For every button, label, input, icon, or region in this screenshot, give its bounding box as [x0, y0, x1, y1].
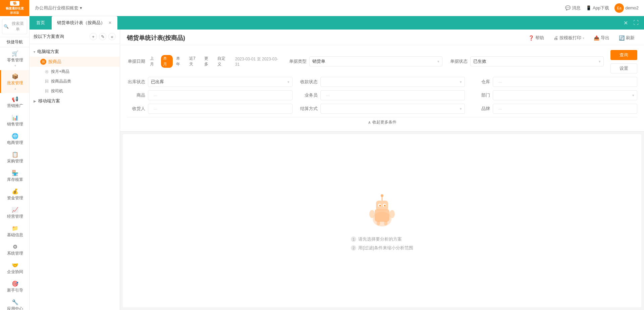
filter-salesperson: 业务员 ···: [299, 90, 465, 100]
mobile-scheme-header[interactable]: ▶ 移动端方案: [30, 96, 120, 106]
app-download-button[interactable]: 📱 App下载: [586, 5, 609, 11]
date-tab-more[interactable]: 更多: [202, 55, 214, 68]
step1-text: 请先选择要分析的方案: [358, 236, 402, 242]
payment-status-arrow-icon: ▾: [460, 80, 462, 84]
sidebar-item-label: 资金管理: [7, 195, 23, 201]
date-tab-this-year[interactable]: 本年: [174, 55, 186, 68]
workspace-selector[interactable]: 办公用品行业模拟账套 ▾: [35, 5, 82, 11]
receiver-dots-icon[interactable]: ···: [152, 106, 159, 111]
empty-state-step2: 2 用[过滤]条件来缩小分析范围: [351, 245, 413, 251]
collapse-filter-btn[interactable]: ∧ 收起更多条件: [127, 117, 637, 127]
sidebar-item-system[interactable]: ⚙ 系统管理: [0, 241, 29, 259]
sidebar-item-guide[interactable]: 🎯 新手引导: [0, 277, 29, 296]
tab-close-icon[interactable]: ✕: [108, 20, 112, 25]
step2-text: 用[过滤]条件来缩小分析范围: [358, 245, 413, 251]
print-btn[interactable]: 🖨 按模板打印 ▾: [551, 34, 587, 42]
reset-button[interactable]: 设置: [610, 63, 637, 73]
date-tab-7days[interactable]: 近7天: [187, 55, 201, 68]
sidebar-item-inventory[interactable]: 🏪 库存核算: [0, 167, 29, 185]
sidebar-item-finance[interactable]: 💰 资金管理: [0, 185, 29, 204]
workspace-arrow-icon: ▾: [80, 5, 82, 10]
brand-input[interactable]: ···: [493, 104, 637, 114]
search-menu-button[interactable]: 🔍 搜索菜单: [2, 19, 27, 34]
edit-scheme-btn[interactable]: ✎: [99, 33, 106, 40]
sidebar-item-operations[interactable]: 📈 经营管理: [0, 204, 29, 222]
warehouse-status-select[interactable]: 已出库 ▾: [148, 77, 292, 87]
sidebar-item-apps[interactable]: 🔧 应用中心: [0, 296, 29, 310]
tree-item-by-driver[interactable]: 回 按司机: [30, 86, 120, 96]
dept-label: 部门: [472, 92, 490, 98]
sidebar-item-label: 经营管理: [7, 214, 23, 219]
quick-nav-label: 快捷导航: [7, 38, 23, 46]
dept-select[interactable]: ▾: [493, 90, 637, 100]
group-expand-icon: ▾: [34, 50, 35, 54]
pc-scheme-group: ▾ 电脑端方案 按 按商品 ㊗ 按月+商品 回: [30, 47, 120, 96]
doc-type-arrow-icon: ▾: [437, 59, 439, 64]
sidebar-item-ecommerce[interactable]: 🌐 电商管理: [0, 130, 29, 148]
sidebar-item-sales[interactable]: 📊 销售管理: [0, 111, 29, 130]
collapse-panel-btn[interactable]: «: [108, 33, 116, 40]
quick-nav-area[interactable]: 快捷导航: [0, 37, 29, 47]
system-icon: ⚙: [12, 243, 18, 250]
help-btn[interactable]: ❓ 帮助: [526, 34, 547, 42]
sidebar-item-label: 批发管理: [7, 80, 23, 86]
sidebar-item-corp[interactable]: 🤝 企业协同: [0, 259, 29, 277]
sub-item-icon: ㊗: [44, 69, 49, 74]
refresh-btn[interactable]: 🔄 刷新: [616, 34, 637, 42]
apps-icon: 🔧: [12, 299, 18, 305]
warehouse-dots-icon[interactable]: ···: [497, 80, 503, 85]
tab-bar: 首页 销货单统计表（按商品） ✕ ✕ ⛶: [30, 16, 644, 30]
message-button[interactable]: 💬 消息: [565, 5, 581, 11]
warehouse-input[interactable]: ···: [493, 77, 637, 87]
date-tab-last-month[interactable]: 上月: [148, 55, 160, 68]
sidebar-item-retail[interactable]: 🛒 零售管理 ▾: [0, 47, 29, 70]
sidebar-search-area: 🔍 搜索菜单: [0, 16, 29, 37]
doc-type-select[interactable]: 销货单 ▾: [309, 56, 443, 66]
salesperson-input[interactable]: ···: [320, 90, 465, 100]
pc-scheme-header[interactable]: ▾ 电脑端方案: [30, 47, 120, 57]
brand-dots-icon[interactable]: ···: [497, 106, 503, 111]
tree-item-by-month-goods[interactable]: ㊗ 按月+商品: [30, 67, 120, 76]
filter-row-2: 出库状态 已出库 ▾ 收款状态 ▾ 仓库: [127, 77, 637, 87]
payment-status-select[interactable]: ▾: [320, 77, 465, 87]
warehouse-status-label: 出库状态: [127, 79, 145, 85]
sidebar-item-label: 应用中心: [7, 306, 23, 310]
goods-input[interactable]: ···: [148, 90, 292, 100]
close-tab-btn[interactable]: ✕: [622, 18, 629, 28]
export-btn[interactable]: 📤 导出: [591, 34, 612, 42]
sidebar-item-label: 基础信息: [7, 232, 23, 238]
sidebar-item-procurement[interactable]: 📋 采购管理: [0, 148, 29, 167]
tab-home[interactable]: 首页: [30, 16, 52, 30]
sidebar-item-wholesale[interactable]: 📦 批发管理 ▴: [0, 70, 29, 93]
receiver-input[interactable]: ···: [148, 104, 292, 114]
doc-status-select[interactable]: 已生效 ▾: [470, 56, 604, 66]
procurement-icon: 📋: [12, 151, 18, 158]
date-tab-custom[interactable]: 自定义: [215, 55, 231, 68]
salesperson-dots-icon[interactable]: ···: [325, 93, 331, 98]
tree-item-by-goods[interactable]: 按 按商品: [30, 57, 120, 67]
user-avatar: Ea: [614, 3, 624, 13]
user-menu[interactable]: Ea demo2: [614, 3, 639, 13]
date-tab-this-month[interactable]: 本月: [161, 55, 173, 68]
app-logo[interactable]: 畅 畅捷通好生意 标准版: [0, 0, 29, 16]
svg-rect-1: [375, 209, 389, 222]
app-version: 标准版: [10, 11, 19, 15]
user-name: demo2: [625, 5, 639, 10]
brand-label: 品牌: [472, 106, 490, 112]
left-panel-body: ▾ 电脑端方案 按 按商品 ㊗ 按月+商品 回: [30, 44, 120, 310]
search-button[interactable]: 查询: [610, 50, 637, 60]
filter-doc-type: 单据类型 销货单 ▾: [288, 56, 443, 66]
filter-brand: 品牌 ···: [472, 104, 637, 114]
tree-item-by-goods-cat[interactable]: 回 按商品品类: [30, 76, 120, 86]
sidebar-item-marketing[interactable]: 📢 营销推广: [0, 93, 29, 111]
payment-method-select[interactable]: ▾: [320, 104, 465, 114]
export-icon: 📤: [594, 35, 599, 41]
filter-doc-status: 单据状态 已生效 ▾: [449, 56, 604, 66]
sidebar-item-basic[interactable]: 📁 基础信息: [0, 222, 29, 241]
left-panel-actions: + ✎ «: [90, 33, 116, 40]
tab-sales-stat[interactable]: 销货单统计表（按商品） ✕: [52, 16, 117, 30]
expand-tab-btn[interactable]: ⛶: [632, 18, 640, 27]
goods-dots-icon[interactable]: ···: [152, 93, 159, 98]
sidebar-item-label: 企业协同: [7, 269, 23, 275]
add-scheme-btn[interactable]: +: [90, 33, 97, 40]
